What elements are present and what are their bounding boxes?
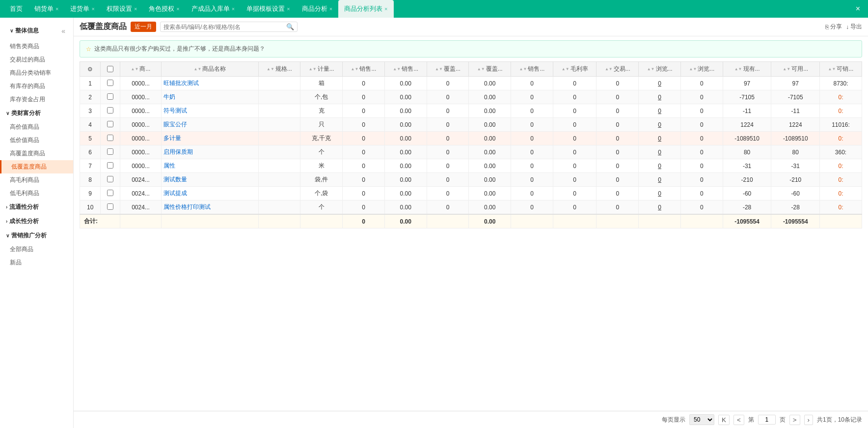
last-page-btn[interactable]: › bbox=[804, 415, 813, 425]
row-checkbox[interactable] bbox=[101, 200, 120, 215]
sort-browse2-icon[interactable]: ▲▼ bbox=[689, 67, 697, 71]
sort-sales-qty-icon[interactable]: ▲▼ bbox=[351, 67, 359, 71]
sidebar-section-flow[interactable]: › 流通性分析 bbox=[0, 200, 73, 214]
row-browse1[interactable]: 0 bbox=[639, 159, 681, 173]
nav-purchase-order[interactable]: 进货单 × bbox=[64, 0, 100, 18]
row-name[interactable]: 测试数量 bbox=[162, 173, 258, 187]
sidebar-item-high-value[interactable]: 高价值商品 bbox=[0, 120, 73, 134]
nav-sales-order[interactable]: 销货单 × bbox=[28, 0, 64, 18]
sort-current-icon[interactable]: ▲▼ bbox=[734, 67, 742, 71]
sort-sales-amt-icon[interactable]: ▲▼ bbox=[393, 67, 401, 71]
nav-permissions-close[interactable]: × bbox=[134, 0, 137, 18]
sort-transaction-icon[interactable]: ▲▼ bbox=[605, 67, 613, 71]
row-name[interactable]: 属性价格打印测试 bbox=[162, 200, 258, 215]
sidebar-item-low-margin[interactable]: 低毛利商品 bbox=[0, 187, 73, 200]
close-all-tabs[interactable]: × bbox=[852, 4, 864, 13]
sort-unit-icon[interactable]: ▲▼ bbox=[309, 67, 317, 71]
col-settings[interactable]: ⚙ bbox=[80, 62, 101, 77]
sidebar-item-high-margin[interactable]: 高毛利商品 bbox=[0, 173, 73, 187]
row-checkbox[interactable] bbox=[101, 90, 120, 104]
sidebar-section-quality[interactable]: ∨ 类财富分析 bbox=[0, 106, 73, 120]
nav-product-analysis-close[interactable]: × bbox=[329, 0, 332, 18]
sort-cov1-icon[interactable]: ▲▼ bbox=[435, 67, 443, 71]
row-browse1[interactable]: 0 bbox=[639, 187, 681, 200]
prev-page-btn[interactable]: < bbox=[733, 415, 744, 425]
nav-template-settings[interactable]: 单据模板设置 × bbox=[241, 0, 296, 18]
sort-spec-icon[interactable]: ▲▼ bbox=[267, 67, 274, 71]
sidebar-item-category-sales-rate[interactable]: 商品分类动销率 bbox=[0, 66, 73, 80]
row-checkbox[interactable] bbox=[101, 159, 120, 173]
sort-cov2-icon[interactable]: ▲▼ bbox=[477, 67, 485, 71]
sort-icon[interactable]: ▲▼ bbox=[131, 67, 139, 71]
row-checkbox[interactable] bbox=[101, 118, 120, 132]
page-number-input[interactable] bbox=[758, 415, 776, 425]
row-name[interactable]: 眼宝公仔 bbox=[162, 118, 258, 132]
sidebar-item-high-coverage[interactable]: 高覆盖度商品 bbox=[0, 147, 73, 160]
row-current: -31 bbox=[723, 159, 771, 173]
next-page-btn[interactable]: > bbox=[789, 415, 800, 425]
row-browse1[interactable]: 0 bbox=[639, 200, 681, 215]
sidebar-section-growth[interactable]: › 成长性分析 bbox=[0, 214, 73, 228]
search-icon[interactable]: 🔍 bbox=[286, 23, 294, 30]
sidebar-item-traded-goods[interactable]: 交易过的商品 bbox=[0, 53, 73, 66]
nav-template-settings-close[interactable]: × bbox=[287, 0, 290, 18]
nav-permissions[interactable]: 权限设置 × bbox=[101, 0, 143, 18]
sidebar-item-all-goods[interactable]: 全部商品 bbox=[0, 243, 73, 256]
export-button[interactable]: ↓ 导出 bbox=[846, 23, 862, 31]
sidebar-item-low-coverage[interactable]: 低覆盖度商品 bbox=[0, 160, 73, 173]
nav-purchase-order-close[interactable]: × bbox=[91, 0, 94, 18]
row-checkbox[interactable] bbox=[101, 187, 120, 200]
nav-role-auth[interactable]: 角色授权 × bbox=[143, 0, 185, 18]
first-page-btn[interactable]: K bbox=[718, 415, 730, 425]
nav-production-inbound[interactable]: 产成品入库单 × bbox=[186, 0, 241, 18]
row-browse1[interactable]: 0 bbox=[639, 132, 681, 145]
settings-gear-icon[interactable]: ⚙ bbox=[87, 66, 93, 73]
row-browse1[interactable]: 0 bbox=[639, 145, 681, 159]
row-browse1[interactable]: 0 bbox=[639, 90, 681, 104]
sidebar-item-sales-goods[interactable]: 销售类商品 bbox=[0, 40, 73, 53]
sidebar-item-stocked-goods[interactable]: 有库存的商品 bbox=[0, 80, 73, 93]
row-browse1[interactable]: 0 bbox=[639, 173, 681, 187]
row-cov2: 0.00 bbox=[469, 132, 511, 145]
sidebar-section-marketing[interactable]: ∨ 营销推广分析 bbox=[0, 228, 73, 243]
share-button[interactable]: ⎘ 分享 bbox=[825, 23, 842, 31]
search-input[interactable] bbox=[163, 24, 284, 30]
row-checkbox[interactable] bbox=[101, 104, 120, 118]
nav-home[interactable]: 首页 bbox=[4, 0, 28, 18]
sort-sales-extra-icon[interactable]: ▲▼ bbox=[519, 67, 527, 71]
row-checkbox[interactable] bbox=[101, 77, 120, 90]
row-name[interactable]: 启用保质期 bbox=[162, 145, 258, 159]
sidebar-item-stock-capital[interactable]: 库存资金占用 bbox=[0, 93, 73, 106]
nav-production-inbound-close[interactable]: × bbox=[232, 0, 235, 18]
row-name[interactable]: 符号测试 bbox=[162, 104, 258, 118]
sort-sellable-icon[interactable]: ▲▼ bbox=[828, 67, 836, 71]
row-browse1[interactable]: 0 bbox=[639, 104, 681, 118]
nav-product-analysis-list-close[interactable]: × bbox=[384, 0, 387, 18]
sort-margin-icon[interactable]: ▲▼ bbox=[562, 67, 570, 71]
select-all-checkbox[interactable] bbox=[107, 66, 113, 72]
sort-available-icon[interactable]: ▲▼ bbox=[783, 67, 790, 71]
per-page-select[interactable]: 50 20 100 bbox=[689, 414, 714, 425]
row-name[interactable]: 多计量 bbox=[162, 132, 258, 145]
row-checkbox[interactable] bbox=[101, 132, 120, 145]
sidebar-item-low-value[interactable]: 低价值商品 bbox=[0, 134, 73, 147]
row-browse1[interactable]: 0 bbox=[639, 118, 681, 132]
sidebar-section-overall[interactable]: ∨ 整体信息 bbox=[4, 24, 45, 38]
sort-name-icon[interactable]: ▲▼ bbox=[193, 67, 201, 71]
time-filter-button[interactable]: 近一月 bbox=[131, 22, 156, 32]
row-checkbox[interactable] bbox=[101, 145, 120, 159]
nav-sales-order-close[interactable]: × bbox=[55, 0, 58, 18]
row-browse1[interactable]: 0 bbox=[639, 77, 681, 90]
nav-role-auth-close[interactable]: × bbox=[176, 0, 179, 18]
sort-browse1-icon[interactable]: ▲▼ bbox=[647, 67, 655, 71]
row-checkbox[interactable] bbox=[101, 173, 120, 187]
nav-product-analysis-list[interactable]: 商品分析列表 × bbox=[338, 0, 393, 18]
row-name[interactable]: 属性 bbox=[162, 159, 258, 173]
table-container[interactable]: ⚙ ▲▼ 商... ▲▼ bbox=[74, 61, 868, 411]
nav-product-analysis[interactable]: 商品分析 × bbox=[296, 0, 338, 18]
row-name[interactable]: 牛奶 bbox=[162, 90, 258, 104]
row-name[interactable]: 旺辅批次测试 bbox=[162, 77, 258, 90]
row-name[interactable]: 测试提成 bbox=[162, 187, 258, 200]
sidebar-collapse-btn[interactable]: « bbox=[57, 24, 69, 38]
sidebar-item-new-goods[interactable]: 新品 bbox=[0, 256, 73, 269]
